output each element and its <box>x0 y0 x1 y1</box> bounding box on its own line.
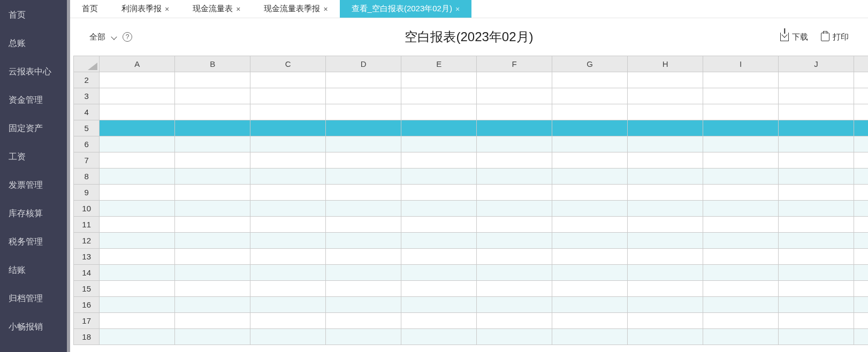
cell-D6[interactable] <box>326 136 401 152</box>
cell-G4[interactable] <box>552 104 628 120</box>
cell-C12[interactable] <box>250 233 326 249</box>
cell-I9[interactable] <box>703 185 779 201</box>
cell-I15[interactable] <box>703 281 779 297</box>
cell-E10[interactable] <box>401 201 477 217</box>
cell-G7[interactable] <box>552 152 628 169</box>
cell-K2[interactable] <box>854 72 868 88</box>
cell-D10[interactable] <box>326 201 401 217</box>
cell-D12[interactable] <box>326 233 401 249</box>
cell-J10[interactable] <box>779 201 854 217</box>
cell-D18[interactable] <box>326 329 401 345</box>
cell-C3[interactable] <box>250 88 326 104</box>
column-header-I[interactable]: I <box>703 56 779 72</box>
column-header-B[interactable]: B <box>175 56 250 72</box>
cell-I13[interactable] <box>703 249 779 265</box>
cell-F12[interactable] <box>477 233 552 249</box>
cell-C9[interactable] <box>250 185 326 201</box>
cell-H17[interactable] <box>628 313 703 329</box>
cell-K7[interactable] <box>854 152 868 169</box>
cell-B8[interactable] <box>175 169 250 185</box>
cell-E14[interactable] <box>401 265 477 281</box>
cell-C4[interactable] <box>250 104 326 120</box>
close-icon[interactable]: × <box>455 5 460 13</box>
sidebar-item-4[interactable]: 固定资产 <box>0 114 70 143</box>
cell-J14[interactable] <box>779 265 854 281</box>
cell-G3[interactable] <box>552 88 628 104</box>
cell-I16[interactable] <box>703 297 779 313</box>
tab-4[interactable]: 查看_空白报表(2023年02月)× <box>340 0 472 18</box>
cell-D2[interactable] <box>326 72 401 88</box>
cell-F5[interactable] <box>477 120 552 136</box>
cell-A11[interactable] <box>100 217 175 233</box>
cell-K13[interactable] <box>854 249 868 265</box>
cell-C8[interactable] <box>250 169 326 185</box>
cell-E9[interactable] <box>401 185 477 201</box>
cell-I4[interactable] <box>703 104 779 120</box>
cell-H10[interactable] <box>628 201 703 217</box>
column-header-K[interactable]: K <box>854 56 868 72</box>
cell-C6[interactable] <box>250 136 326 152</box>
cell-J6[interactable] <box>779 136 854 152</box>
cell-A12[interactable] <box>100 233 175 249</box>
cell-I11[interactable] <box>703 217 779 233</box>
cell-I10[interactable] <box>703 201 779 217</box>
cell-B2[interactable] <box>175 72 250 88</box>
cell-E13[interactable] <box>401 249 477 265</box>
cell-K12[interactable] <box>854 233 868 249</box>
cell-H14[interactable] <box>628 265 703 281</box>
row-header-5[interactable]: 5 <box>74 120 100 136</box>
tab-2[interactable]: 现金流量表× <box>181 0 252 18</box>
cell-D9[interactable] <box>326 185 401 201</box>
cell-B18[interactable] <box>175 329 250 345</box>
column-header-A[interactable]: A <box>100 56 175 72</box>
filter-dropdown[interactable]: 全部 ? <box>89 32 132 42</box>
cell-G6[interactable] <box>552 136 628 152</box>
cell-A7[interactable] <box>100 152 175 169</box>
cell-H4[interactable] <box>628 104 703 120</box>
cell-E3[interactable] <box>401 88 477 104</box>
cell-D17[interactable] <box>326 313 401 329</box>
cell-H6[interactable] <box>628 136 703 152</box>
cell-H12[interactable] <box>628 233 703 249</box>
cell-A2[interactable] <box>100 72 175 88</box>
sidebar-item-7[interactable]: 库存核算 <box>0 200 70 228</box>
cell-B10[interactable] <box>175 201 250 217</box>
help-icon[interactable]: ? <box>123 32 132 42</box>
cell-J16[interactable] <box>779 297 854 313</box>
cell-H16[interactable] <box>628 297 703 313</box>
row-header-12[interactable]: 12 <box>74 233 100 249</box>
cell-B13[interactable] <box>175 249 250 265</box>
row-header-18[interactable]: 18 <box>74 329 100 345</box>
cell-H15[interactable] <box>628 281 703 297</box>
cell-F3[interactable] <box>477 88 552 104</box>
cell-K18[interactable] <box>854 329 868 345</box>
download-button[interactable]: 下载 <box>780 32 808 42</box>
cell-D3[interactable] <box>326 88 401 104</box>
cell-H8[interactable] <box>628 169 703 185</box>
cell-J11[interactable] <box>779 217 854 233</box>
tab-3[interactable]: 现金流量表季报× <box>252 0 339 18</box>
cell-D14[interactable] <box>326 265 401 281</box>
cell-H7[interactable] <box>628 152 703 169</box>
column-header-J[interactable]: J <box>779 56 854 72</box>
cell-J15[interactable] <box>779 281 854 297</box>
cell-G14[interactable] <box>552 265 628 281</box>
cell-K11[interactable] <box>854 217 868 233</box>
cell-H18[interactable] <box>628 329 703 345</box>
sidebar-item-0[interactable]: 首页 <box>0 1 70 29</box>
cell-G16[interactable] <box>552 297 628 313</box>
row-header-8[interactable]: 8 <box>74 169 100 185</box>
cell-B4[interactable] <box>175 104 250 120</box>
cell-K16[interactable] <box>854 297 868 313</box>
cell-K9[interactable] <box>854 185 868 201</box>
cell-I6[interactable] <box>703 136 779 152</box>
select-all-corner[interactable] <box>74 56 100 72</box>
cell-I17[interactable] <box>703 313 779 329</box>
cell-E18[interactable] <box>401 329 477 345</box>
cell-E6[interactable] <box>401 136 477 152</box>
cell-B9[interactable] <box>175 185 250 201</box>
cell-E17[interactable] <box>401 313 477 329</box>
cell-I18[interactable] <box>703 329 779 345</box>
cell-F14[interactable] <box>477 265 552 281</box>
cell-G10[interactable] <box>552 201 628 217</box>
